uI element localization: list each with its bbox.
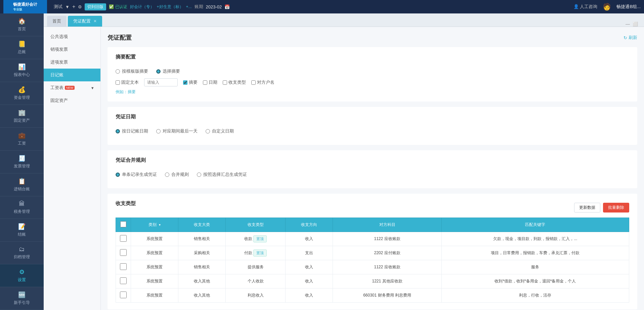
merge-radio-single[interactable]: 单条记录生成凭证 bbox=[116, 171, 157, 178]
dropdown-icon[interactable]: ▼ bbox=[65, 4, 70, 9]
sub-menu-label-fixed-assets: 固定资产 bbox=[50, 98, 68, 104]
sidebar-item-sales[interactable]: 📋 进销台账 bbox=[0, 173, 44, 196]
sidebar-item-salary[interactable]: 💼 工资 bbox=[0, 128, 44, 151]
close-accounts-icon: 📝 bbox=[18, 223, 26, 230]
sidebar-label-close: 结账 bbox=[18, 232, 26, 237]
update-data-button[interactable]: 更新数据 bbox=[574, 203, 600, 212]
sidebar-item-funds[interactable]: 💰 资金管理 bbox=[0, 82, 44, 105]
cell-direction: 收入 bbox=[286, 288, 333, 303]
tab-maximize-icon[interactable]: ⬜ bbox=[633, 22, 638, 27]
sub-menu-item-sales-invoice[interactable]: 销项发票 bbox=[44, 43, 100, 56]
expand-arrow-icon: ▾ bbox=[91, 85, 94, 90]
date-radio-custom[interactable]: 自定义日期 bbox=[206, 128, 234, 134]
sub-menu-label-journal: 日记账 bbox=[50, 72, 63, 78]
settings-icon[interactable]: ⚙ bbox=[78, 4, 82, 9]
sub-menu-label-sales-invoice: 销项发票 bbox=[50, 46, 68, 52]
sidebar-label-invoice: 发票管理 bbox=[14, 163, 30, 169]
cell-category: 系统预置 bbox=[131, 260, 178, 274]
add-icon[interactable]: + bbox=[72, 4, 75, 10]
header-type: 收支类型 bbox=[225, 218, 285, 232]
sidebar-item-invoice[interactable]: 🧾 发票管理 bbox=[0, 151, 44, 173]
sidebar-label-guide: 新手引导 bbox=[14, 300, 30, 306]
cell-major: 销售相关 bbox=[178, 260, 225, 274]
merge-radio-rule[interactable]: 合并规则 bbox=[165, 171, 189, 178]
sub-menu-item-journal[interactable]: 日记账 bbox=[44, 69, 100, 81]
sidebar-label-settings: 设置 bbox=[18, 277, 26, 283]
sidebar-item-tax[interactable]: 🏛 税务管理 bbox=[0, 196, 44, 219]
sidebar-item-home[interactable]: 🏠 首页 bbox=[0, 13, 44, 36]
tab-home[interactable]: 首页 bbox=[47, 16, 67, 27]
header-checkbox-cell[interactable] bbox=[116, 218, 131, 232]
table-row: 系统预置 收入其他 利息收入 收入 660301 财务费用 利息费用 利息，行收… bbox=[116, 288, 629, 303]
fixed-text-option[interactable]: 固定文本 bbox=[116, 79, 139, 85]
summary-radio-select[interactable]: 选择摘要 bbox=[156, 68, 180, 74]
type-checkbox[interactable]: 收支类型 bbox=[223, 79, 246, 85]
table-row: 系统预置 销售相关 收款 置顶 收入 1122 应收账款 欠款，现金，项目款，到… bbox=[116, 232, 629, 246]
merge-radio-group: 单条记录生成凭证 合并规则 按照选择汇总生成凭证 bbox=[116, 171, 629, 178]
header-category[interactable]: 类别 ▾ bbox=[131, 218, 178, 232]
calendar-icon[interactable]: 📅 bbox=[224, 4, 230, 9]
sidebar-item-settings[interactable]: ⚙ 设置 bbox=[0, 264, 44, 287]
tab-close-icon[interactable]: ✕ bbox=[93, 19, 97, 24]
refresh-button[interactable]: ↻ 刷新 bbox=[624, 35, 637, 41]
switch-btn[interactable]: 切到旧版 bbox=[85, 3, 106, 10]
cell-keywords: 收到*借款，收到*备用金，退回*备用金，个人 bbox=[441, 274, 629, 288]
avatar: 🧑 bbox=[603, 3, 611, 11]
cell-type: 提供服务 bbox=[225, 260, 285, 274]
select-all-checkbox[interactable] bbox=[120, 221, 126, 227]
content-area: 凭证配置 ↻ 刷新 摘要配置 按模板版摘要 选择摘要 bbox=[101, 27, 644, 310]
tab-voucher-config[interactable]: 凭证配置 ✕ bbox=[68, 16, 102, 27]
sidebar-item-guide[interactable]: 🆕 新手引导 bbox=[0, 287, 44, 310]
sub-menu-item-public[interactable]: 公共选项 bbox=[44, 30, 100, 43]
date-radio-journal[interactable]: 按日记账日期 bbox=[116, 128, 148, 134]
row-checkbox[interactable] bbox=[120, 263, 127, 270]
table-row: 系统预置 销售相关 提供服务 收入 1122 应收账款 服务 bbox=[116, 260, 629, 274]
summary-checkbox-group: 固定文本 摘要 日期 收支类型 对方户名 bbox=[116, 78, 629, 86]
row-checkbox[interactable] bbox=[120, 292, 127, 298]
table-btn-group: 更新数据 批量删除 bbox=[574, 203, 629, 212]
cell-direction: 支出 bbox=[286, 246, 333, 260]
batch-delete-button[interactable]: 批量删除 bbox=[603, 203, 629, 212]
sidebar-item-close[interactable]: 📝 结账 bbox=[0, 219, 44, 242]
sidebar-item-reports[interactable]: 📊 报表中心 bbox=[0, 59, 44, 82]
row-checkbox-cell[interactable] bbox=[116, 274, 131, 288]
summary-radio-template[interactable]: 按模板版摘要 bbox=[116, 68, 148, 74]
summary-radio-group: 按模板版摘要 选择摘要 bbox=[116, 68, 629, 74]
sidebar-item-assets[interactable]: 🏢 固定资产 bbox=[0, 105, 44, 128]
sidebar-label-assets: 固定资产 bbox=[14, 118, 30, 123]
row-checkbox-cell[interactable] bbox=[116, 246, 131, 260]
date-section: 凭证日期 按日记账日期 对应期间最后一天 自定义日期 bbox=[108, 107, 637, 145]
row-checkbox-cell[interactable] bbox=[116, 260, 131, 274]
fixed-text-input[interactable] bbox=[144, 78, 178, 86]
customer-service-btn[interactable]: 👤 人工咨询 bbox=[573, 4, 598, 10]
cell-direction: 收入 bbox=[286, 232, 333, 246]
settings-sidebar-icon: ⚙ bbox=[19, 268, 25, 276]
certified-badge: ✅ 已认证 bbox=[109, 4, 127, 10]
row-checkbox-cell[interactable] bbox=[116, 232, 131, 246]
header-account: 对方科目 bbox=[333, 218, 442, 232]
cashflow-section-title: 收支类型 bbox=[116, 200, 136, 209]
counterparty-checkbox[interactable]: 对方户名 bbox=[251, 79, 274, 85]
header-major: 收支大类 bbox=[178, 218, 225, 232]
pin-tag: 置顶 bbox=[253, 235, 267, 242]
sidebar-label-ledger: 总账 bbox=[18, 49, 26, 55]
sub-menu-item-purchase-invoice[interactable]: 进项发票 bbox=[44, 56, 100, 69]
cell-account: 2202 应付账款 bbox=[333, 246, 442, 260]
sidebar-item-ledger[interactable]: 📒 总账 bbox=[0, 36, 44, 59]
date-checkbox[interactable]: 日期 bbox=[203, 79, 217, 85]
row-checkbox[interactable] bbox=[120, 277, 127, 284]
invoice-icon: 🧾 bbox=[18, 155, 26, 162]
sub-menu-item-fixed-assets[interactable]: 固定资产 bbox=[44, 94, 100, 107]
sidebar-item-archive[interactable]: 🗂 归档管理 bbox=[0, 242, 44, 264]
row-checkbox[interactable] bbox=[120, 235, 127, 242]
merge-radio-summary[interactable]: 按照选择汇总生成凭证 bbox=[197, 171, 247, 178]
sidebar-label-salary: 工资 bbox=[18, 141, 26, 146]
archive-icon: 🗂 bbox=[19, 246, 25, 253]
row-checkbox-cell[interactable] bbox=[116, 288, 131, 303]
tab-minimize-icon[interactable]: — bbox=[626, 22, 630, 27]
row-checkbox[interactable] bbox=[120, 249, 127, 256]
summary-checkbox[interactable]: 摘要 bbox=[183, 79, 198, 85]
sub-menu-item-payroll[interactable]: 工资表 NEW ▾ bbox=[44, 81, 100, 94]
accounting-tag: 好会计（专） bbox=[130, 4, 154, 10]
date-radio-period-last[interactable]: 对应期间最后一天 bbox=[156, 128, 198, 134]
